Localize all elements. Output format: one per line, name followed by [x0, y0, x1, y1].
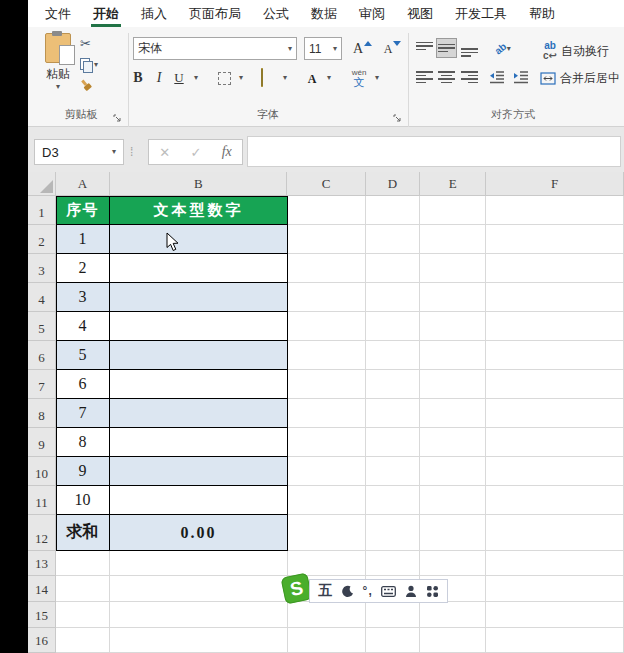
borders-dropdown[interactable]: ▾	[235, 67, 247, 89]
paste-button[interactable]: 粘贴 ▾	[38, 33, 78, 99]
cell-A7[interactable]: 6	[56, 370, 110, 399]
insert-function-icon[interactable]: fx	[222, 144, 232, 160]
cell-A14[interactable]	[56, 576, 110, 602]
top-align-button[interactable]	[414, 39, 435, 59]
cell-D15[interactable]	[366, 602, 420, 628]
cell-E4[interactable]	[420, 283, 486, 312]
cell-B13[interactable]	[110, 551, 288, 576]
tab-file[interactable]: 文件	[34, 0, 82, 27]
font-name-dropdown-icon[interactable]: ▾	[288, 45, 292, 53]
cell-A10[interactable]: 9	[56, 457, 110, 486]
cell-A1[interactable]: 序号	[56, 196, 110, 225]
ime-wubi-mode-button[interactable]: 五	[318, 582, 332, 600]
italic-button[interactable]: I	[150, 67, 168, 89]
cell-A13[interactable]	[56, 551, 110, 576]
phonetic-guide-button[interactable]: wén 文	[349, 67, 369, 89]
row-header-12[interactable]: 12	[28, 515, 56, 551]
cell-D13[interactable]	[366, 551, 420, 576]
sogou-ime-logo[interactable]: S	[280, 572, 312, 604]
ime-punctuation-button[interactable]: °,	[363, 584, 373, 598]
cell-F11[interactable]	[486, 486, 624, 515]
cell-C13[interactable]	[288, 551, 366, 576]
cell-F10[interactable]	[486, 457, 624, 486]
row-header-11[interactable]: 11	[28, 486, 56, 515]
cell-E9[interactable]	[420, 428, 486, 457]
column-header-B[interactable]: B	[110, 172, 287, 196]
align-center-button[interactable]	[436, 67, 457, 87]
cell-D1[interactable]	[366, 196, 420, 225]
tab-formulas[interactable]: 公式	[252, 0, 300, 27]
fill-color-dropdown[interactable]: ▾	[279, 67, 291, 89]
cell-C15[interactable]	[288, 602, 366, 628]
cell-D7[interactable]	[366, 370, 420, 399]
row-header-7[interactable]: 7	[28, 370, 56, 399]
cell-F15[interactable]	[486, 602, 624, 628]
select-all-corner[interactable]	[28, 172, 56, 196]
row-header-15[interactable]: 15	[28, 602, 56, 628]
cell-B8[interactable]	[110, 399, 288, 428]
cell-F4[interactable]	[486, 283, 624, 312]
merge-center-button[interactable]: 合并后居中	[540, 70, 620, 87]
cell-B9[interactable]	[110, 428, 288, 457]
row-header-1[interactable]: 1	[28, 196, 56, 225]
cell-F6[interactable]	[486, 341, 624, 370]
cell-C1[interactable]	[288, 196, 366, 225]
row-header-16[interactable]: 16	[28, 628, 56, 653]
cell-A9[interactable]: 8	[56, 428, 110, 457]
font-dialog-launcher[interactable]	[392, 110, 403, 121]
column-header-F[interactable]: F	[486, 172, 624, 196]
cell-C2[interactable]	[288, 225, 366, 254]
cell-F1[interactable]	[486, 196, 624, 225]
cell-A12-sum-label[interactable]: 求和	[56, 515, 110, 551]
row-header-2[interactable]: 2	[28, 225, 56, 254]
cell-E10[interactable]	[420, 457, 486, 486]
cell-A5[interactable]: 4	[56, 312, 110, 341]
cell-D11[interactable]	[366, 486, 420, 515]
increase-indent-button[interactable]	[510, 67, 531, 87]
column-header-C[interactable]: C	[287, 172, 365, 196]
cell-A16[interactable]	[56, 628, 110, 653]
cell-F8[interactable]	[486, 399, 624, 428]
tab-review[interactable]: 审阅	[348, 0, 396, 27]
cell-E15[interactable]	[420, 602, 486, 628]
cell-B16[interactable]	[110, 628, 288, 653]
tab-view[interactable]: 视图	[396, 0, 444, 27]
cell-D2[interactable]	[366, 225, 420, 254]
cell-F2[interactable]	[486, 225, 624, 254]
column-header-A[interactable]: A	[56, 172, 110, 196]
tab-insert[interactable]: 插入	[130, 0, 178, 27]
cell-C12[interactable]	[288, 515, 366, 551]
cell-F7[interactable]	[486, 370, 624, 399]
cell-E6[interactable]	[420, 341, 486, 370]
row-header-13[interactable]: 13	[28, 551, 56, 576]
row-header-8[interactable]: 8	[28, 399, 56, 428]
cell-C5[interactable]	[288, 312, 366, 341]
paste-dropdown-icon[interactable]: ▾	[56, 83, 60, 91]
orientation-button[interactable]: ab ▾	[488, 39, 518, 59]
phonetic-guide-dropdown[interactable]: ▾	[371, 67, 383, 89]
cell-D4[interactable]	[366, 283, 420, 312]
cell-D10[interactable]	[366, 457, 420, 486]
cell-E12[interactable]	[420, 515, 486, 551]
cell-F16[interactable]	[486, 628, 624, 653]
bottom-align-button[interactable]	[459, 39, 480, 59]
cell-C16[interactable]	[288, 628, 366, 653]
middle-align-button[interactable]	[436, 38, 457, 58]
copy-dropdown-icon[interactable]: ▾	[94, 61, 98, 69]
cell-F13[interactable]	[486, 551, 624, 576]
cell-C6[interactable]	[288, 341, 366, 370]
name-box-dropdown-icon[interactable]: ▾	[112, 148, 116, 156]
cell-F12[interactable]	[486, 515, 624, 551]
cell-C3[interactable]	[288, 254, 366, 283]
cell-E13[interactable]	[420, 551, 486, 576]
cell-D5[interactable]	[366, 312, 420, 341]
tab-home[interactable]: 开始	[82, 0, 130, 27]
cell-E7[interactable]	[420, 370, 486, 399]
cancel-icon[interactable]: ✕	[159, 145, 170, 160]
underline-button[interactable]: U	[170, 67, 188, 89]
decrease-indent-button[interactable]	[486, 67, 507, 87]
cell-C9[interactable]	[288, 428, 366, 457]
font-size-combobox[interactable]: 11 ▾	[304, 37, 342, 60]
ime-user-icon[interactable]	[405, 585, 417, 598]
cell-F14[interactable]	[486, 576, 624, 602]
